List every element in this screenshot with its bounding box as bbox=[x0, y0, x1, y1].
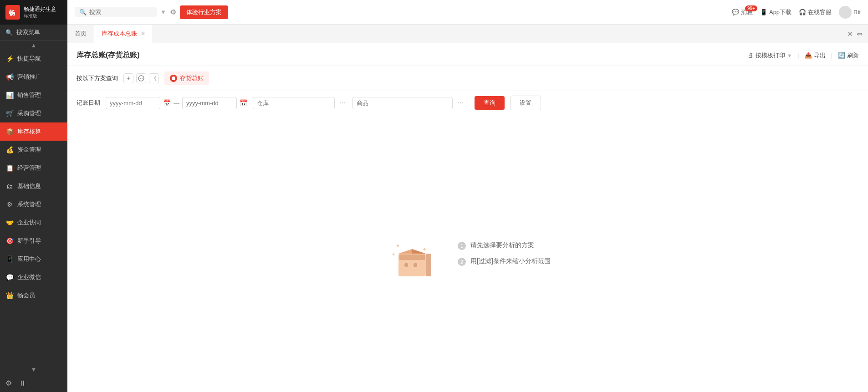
scroll-down-btn[interactable]: ▼ bbox=[0, 365, 67, 374]
step-num-2: 2 bbox=[458, 258, 466, 266]
warehouse-more-btn[interactable]: ··· bbox=[337, 99, 347, 107]
setting-btn[interactable]: 设置 bbox=[510, 96, 541, 110]
sidebar-item-finance[interactable]: 💰 资金管理 bbox=[0, 141, 67, 159]
basic-label: 基础信息 bbox=[17, 182, 41, 190]
footer-toggle-icon[interactable]: ⏸ bbox=[19, 379, 26, 387]
warehouse-input[interactable] bbox=[253, 97, 335, 109]
tab-inventory-ledger[interactable]: 库存成本总账 ✕ bbox=[94, 25, 153, 43]
svg-text:畅: 畅 bbox=[9, 9, 15, 16]
filter-label: 按以下方案查询 bbox=[77, 74, 118, 82]
user-name: Rit bbox=[853, 9, 861, 15]
sales-label: 销售管理 bbox=[17, 91, 41, 99]
empty-text: 1 请先选择要分析的方案 2 用[过滤]条件来缩小分析范围 bbox=[458, 241, 551, 266]
goods-more-btn[interactable]: ··· bbox=[455, 99, 465, 107]
enterprise-label: 企业协同 bbox=[17, 219, 41, 227]
sidebar-search[interactable]: 🔍 搜索菜单 bbox=[0, 25, 67, 41]
goods-filter: ··· bbox=[352, 97, 465, 109]
filter-bar: 按以下方案查询 ＋ 《 存货总账 bbox=[67, 66, 868, 91]
topbar-search-input[interactable] bbox=[89, 9, 144, 15]
refresh-icon: 🔄 bbox=[838, 52, 845, 59]
appcenter-icon: 📱 bbox=[5, 255, 14, 263]
goods-input[interactable] bbox=[352, 97, 453, 109]
filter-collapse-btn[interactable]: 《 bbox=[149, 73, 159, 83]
member-label: 畅会员 bbox=[17, 291, 35, 300]
headset-icon: 🎧 bbox=[799, 9, 806, 15]
purchase-icon: 🛒 bbox=[5, 109, 14, 117]
tab-home[interactable]: 首页 bbox=[67, 25, 94, 43]
svg-rect-8 bbox=[399, 255, 425, 260]
sidebar-item-member[interactable]: 👑 畅会员 bbox=[0, 286, 67, 305]
calendar-end-icon[interactable]: 📅 bbox=[240, 99, 247, 107]
sidebar-item-purchase[interactable]: 🛒 采购管理 bbox=[0, 104, 67, 122]
member-icon: 👑 bbox=[5, 291, 14, 300]
finance-icon: 💰 bbox=[5, 146, 14, 154]
sidebar-item-guide[interactable]: 🎯 新手引导 bbox=[0, 232, 67, 250]
search-icon: 🔍 bbox=[5, 29, 13, 36]
export-label: 导出 bbox=[814, 51, 826, 60]
date-start-input[interactable] bbox=[106, 97, 160, 109]
date-filter-row: 记账日期 📅 — 📅 ··· ··· 查询 设置 bbox=[67, 91, 868, 115]
empty-step-1: 1 请先选择要分析的方案 bbox=[458, 241, 551, 250]
tab-home-label: 首页 bbox=[75, 30, 87, 38]
empty-illustration: ✦ ✦ ★ bbox=[385, 226, 439, 281]
close-panel-btn[interactable]: ✕ bbox=[845, 30, 855, 38]
svg-point-9 bbox=[404, 263, 408, 267]
step-num-1: 1 bbox=[458, 242, 466, 250]
tab-close-btn[interactable]: ✕ bbox=[141, 31, 145, 37]
topbar-app[interactable]: 📱 App下载 bbox=[760, 8, 791, 16]
print-dropdown-icon[interactable]: ▼ bbox=[787, 53, 792, 58]
sidebar-item-basic[interactable]: 🗂 基础信息 bbox=[0, 177, 67, 195]
sidebar-item-sales[interactable]: 📊 销售管理 bbox=[0, 86, 67, 104]
quick-nav-label: 快捷导航 bbox=[17, 55, 41, 63]
export-btn[interactable]: 📤 导出 bbox=[805, 51, 826, 60]
scheme-item-inventory[interactable]: 存货总账 bbox=[164, 71, 209, 85]
sidebar-footer: ⚙ ⏸ bbox=[0, 374, 67, 392]
scheme-dot-inner bbox=[172, 76, 175, 80]
enterprise-icon: 🤝 bbox=[5, 219, 14, 227]
sidebar-item-operation[interactable]: 📋 经营管理 bbox=[0, 159, 67, 177]
filter-add-btn[interactable]: ＋ bbox=[123, 73, 133, 83]
topbar-dropdown-icon[interactable]: ▼ bbox=[160, 9, 166, 15]
svg-point-1 bbox=[138, 76, 144, 81]
svg-text:✦: ✦ bbox=[422, 246, 427, 253]
date-end-input[interactable] bbox=[182, 97, 237, 109]
topbar-right: 💬 消息 99+ 📱 App下载 🎧 在线客服 Rit bbox=[732, 6, 861, 19]
svg-rect-7 bbox=[426, 254, 431, 276]
msg-icon: 💬 bbox=[732, 9, 739, 15]
scroll-up-btn[interactable]: ▲ bbox=[0, 41, 67, 50]
sidebar-item-quick-nav[interactable]: ⚡ 快捷导航 bbox=[0, 50, 67, 68]
app-name: 畅捷通好生意 bbox=[24, 5, 56, 13]
topbar-user[interactable]: Rit bbox=[839, 6, 861, 19]
topbar-left: 🔍 ▼ ⚙ 体验行业方案 bbox=[75, 5, 726, 19]
industry-btn[interactable]: 体验行业方案 bbox=[180, 5, 228, 19]
footer-settings-icon[interactable]: ⚙ bbox=[5, 379, 12, 387]
topbar-online[interactable]: 🎧 在线客服 bbox=[799, 8, 832, 16]
operation-label: 经营管理 bbox=[17, 164, 41, 172]
sidebar-item-appcenter[interactable]: 📱 应用中心 bbox=[0, 250, 67, 268]
topbar-msg[interactable]: 💬 消息 99+ bbox=[732, 8, 753, 16]
topbar-gear-icon[interactable]: ⚙ bbox=[170, 8, 176, 16]
basic-icon: 🗂 bbox=[5, 182, 14, 190]
print-label: 按模板打印 bbox=[756, 51, 785, 60]
print-btn[interactable]: 🖨 按模板打印 ▼ bbox=[748, 51, 792, 60]
sales-icon: 📊 bbox=[5, 91, 14, 99]
quick-nav-icon: ⚡ bbox=[5, 55, 14, 63]
refresh-btn[interactable]: 🔄 刷新 bbox=[838, 51, 859, 60]
search-btn[interactable]: 查询 bbox=[475, 96, 505, 110]
system-icon: ⚙ bbox=[5, 200, 14, 209]
filter-actions: ＋ 《 bbox=[123, 73, 159, 83]
expand-btn[interactable]: ⇔ bbox=[855, 30, 864, 38]
sidebar-item-marketing[interactable]: 📢 营销推广 bbox=[0, 68, 67, 86]
sidebar-item-enterprise[interactable]: 🤝 企业协同 bbox=[0, 214, 67, 232]
sidebar-item-wechat[interactable]: 💬 企业微信 bbox=[0, 268, 67, 286]
export-icon: 📤 bbox=[805, 52, 812, 59]
date-label: 记账日期 bbox=[77, 99, 100, 107]
sidebar-item-system[interactable]: ⚙ 系统管理 bbox=[0, 195, 67, 214]
scheme-dot bbox=[170, 75, 177, 82]
empty-step1-text: 请先选择要分析的方案 bbox=[470, 241, 534, 249]
sidebar-item-inventory[interactable]: 📦 库存核算 bbox=[0, 122, 67, 141]
calendar-start-icon[interactable]: 📅 bbox=[163, 99, 171, 107]
marketing-label: 营销推广 bbox=[17, 73, 41, 81]
finance-label: 资金管理 bbox=[17, 146, 41, 154]
filter-tag-btn[interactable] bbox=[136, 73, 146, 83]
